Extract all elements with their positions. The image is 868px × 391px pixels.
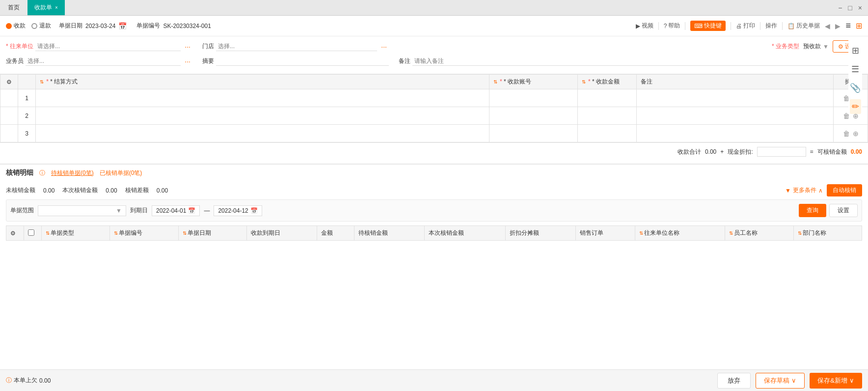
bth-number: ⇅ 单据编号 [110, 226, 178, 241]
grid-view-icon[interactable]: ⊞ [856, 21, 862, 30]
tab-pending-label: 待核销单据(0笔) [51, 169, 94, 177]
th-account[interactable]: ⇅ * * 收款账号 [489, 75, 577, 89]
store-input[interactable] [216, 42, 377, 51]
td-remark-3[interactable] [636, 125, 833, 142]
date-from-field[interactable]: 2022-04-01 📅 [152, 205, 200, 216]
video-btn[interactable]: ▶ 视频 [636, 22, 653, 30]
td-amount-3[interactable] [577, 125, 636, 142]
tab-pending[interactable]: 待核销单据(0笔) [51, 169, 94, 177]
operation-btn[interactable]: 操作 [765, 22, 777, 30]
filter-settings-btn[interactable]: 设置 [829, 204, 858, 217]
available-label: 可核销金额 [817, 148, 847, 156]
save-new-btn[interactable]: 保存&新增 ∨ [810, 373, 862, 389]
tab-completed[interactable]: 已核销单据(0笔) [100, 169, 142, 177]
staff-field: 业务员 ··· [6, 56, 192, 66]
window-close-icon[interactable]: × [856, 3, 864, 13]
bth-setting[interactable]: ⚙ [6, 226, 24, 241]
toolbar: 收款 退款 单据日期 2023-03-24 📅 单据编号 SK-20230324… [0, 16, 868, 36]
discount-input[interactable] [757, 147, 806, 157]
delete-icon-3[interactable]: 🗑 [843, 130, 850, 138]
save-new-arrow: ∨ [849, 377, 854, 384]
staff-label: 业务员 [6, 57, 24, 65]
business-type-select[interactable]: 预收款 ▼ [803, 42, 829, 51]
more-conditions-btn[interactable]: ▼ 更多条件 ∧ [785, 186, 823, 195]
radio-refund[interactable]: 退款 [31, 22, 51, 30]
th-remark: 备注 [636, 75, 833, 89]
td-account-1[interactable] [489, 89, 577, 107]
footer-current-value: 0.00 [39, 377, 51, 384]
td-account-2[interactable] [489, 107, 577, 125]
tab-receipt[interactable]: 收款单 × [27, 0, 65, 15]
counterpart-more-icon[interactable]: ··· [183, 43, 192, 51]
td-amount-2[interactable] [577, 107, 636, 125]
td-method-3[interactable] [36, 125, 489, 142]
sidebar-icon-4[interactable]: ✏ [850, 99, 861, 114]
abandon-btn[interactable]: 放弃 [717, 373, 751, 389]
auto-verify-btn[interactable]: 自动核销 [827, 184, 862, 196]
td-remark-1[interactable] [636, 89, 833, 107]
sidebar-icon-1[interactable]: ⊞ [850, 43, 861, 58]
radio-receipt[interactable]: 收款 [6, 22, 26, 30]
td-method-2[interactable] [36, 107, 489, 125]
business-type-field: * 业务类型 预收款 ▼ ⚙ 设置 [389, 40, 862, 53]
form-row-1: * 往来单位 ··· 门店 ··· * 业务类型 预收款 ▼ ⚙ 设置 [6, 40, 862, 53]
td-remark-2[interactable] [636, 107, 833, 125]
minimize-icon[interactable]: − [836, 3, 844, 13]
store-field: 门店 ··· [202, 42, 389, 51]
td-amount-1[interactable] [577, 89, 636, 107]
video-icon: ▶ [636, 23, 640, 29]
history-btn[interactable]: 📋 历史单据 [787, 22, 820, 30]
query-btn[interactable]: 查询 [799, 204, 826, 217]
next-arrow[interactable]: ▶ [835, 22, 841, 30]
remark-field: 备注 [399, 56, 862, 66]
td-method-1[interactable] [36, 89, 489, 107]
form-area: * 往来单位 ··· 门店 ··· * 业务类型 预收款 ▼ ⚙ 设置 [0, 36, 868, 74]
bth-amount: 金额 [317, 226, 354, 241]
counterpart-field: * 往来单位 ··· [6, 42, 192, 51]
list-view-icon[interactable]: ≡ [845, 21, 851, 31]
radio-refund-label: 退款 [39, 22, 51, 30]
th-amount[interactable]: ⇅ * * 收款金额 [577, 75, 636, 89]
total-label: 收款合计 [678, 148, 701, 156]
staff-more-icon[interactable]: ··· [183, 57, 192, 65]
tab-home-label: 首页 [8, 3, 20, 12]
footer: ⓘ 本单上欠 0.00 放弃 保存草稿 ∨ 保存&新增 ∨ [0, 369, 868, 391]
staff-input[interactable] [26, 56, 181, 66]
footer-right: 放弃 保存草稿 ∨ 保存&新增 ∨ [717, 373, 862, 389]
range-select[interactable]: ▼ [38, 205, 126, 216]
sidebar-icon-3[interactable]: 📎 [848, 81, 863, 95]
maximize-icon[interactable]: □ [846, 3, 854, 13]
counterpart-input[interactable] [35, 42, 181, 51]
tab-home[interactable]: 首页 [0, 0, 27, 15]
date-to-field[interactable]: 2022-04-12 📅 [214, 205, 262, 216]
verify-info-icon[interactable]: ⓘ [39, 169, 45, 177]
calendar-icon[interactable]: 📅 [118, 22, 127, 30]
td-action-3: 🗑 ⊕ [834, 125, 868, 142]
footer-current-label: 本单上欠 [14, 376, 37, 385]
shortcut-btn[interactable]: ⌨ 快捷键 [690, 21, 726, 31]
td-num-2: 2 [18, 107, 36, 125]
table-section: ⚙ ⇅ * * 结算方式 ⇅ * * 收款账号 ⇅ * [0, 74, 868, 142]
number-label: 单据编号 [136, 22, 160, 30]
remark-input[interactable] [412, 56, 862, 66]
print-btn[interactable]: 🖨 打印 [736, 22, 755, 30]
summary-input[interactable] [216, 56, 389, 66]
window-controls: − □ × [836, 3, 868, 13]
sidebar-icon-2[interactable]: ☰ [849, 62, 861, 77]
help-btn[interactable]: ? 帮助 [664, 22, 680, 30]
unverified-label: 未核销金额 [6, 186, 35, 195]
select-all-checkbox[interactable] [28, 229, 34, 236]
td-account-3[interactable] [489, 125, 577, 142]
tab-close-icon[interactable]: × [55, 5, 58, 10]
td-setting-1 [0, 89, 18, 107]
th-setting[interactable]: ⚙ [0, 75, 18, 89]
date-separator: — [204, 207, 210, 214]
save-draft-arrow: ∨ [791, 377, 796, 384]
th-method[interactable]: ⇅ * * 结算方式 [36, 75, 489, 89]
copy-icon-3[interactable]: ⊕ [853, 130, 859, 138]
bth-checkbox[interactable] [24, 226, 42, 241]
prev-arrow[interactable]: ◀ [825, 22, 830, 30]
store-more-icon[interactable]: ··· [379, 43, 389, 51]
footer-info-icon[interactable]: ⓘ [6, 376, 12, 385]
save-draft-btn[interactable]: 保存草稿 ∨ [756, 373, 805, 389]
